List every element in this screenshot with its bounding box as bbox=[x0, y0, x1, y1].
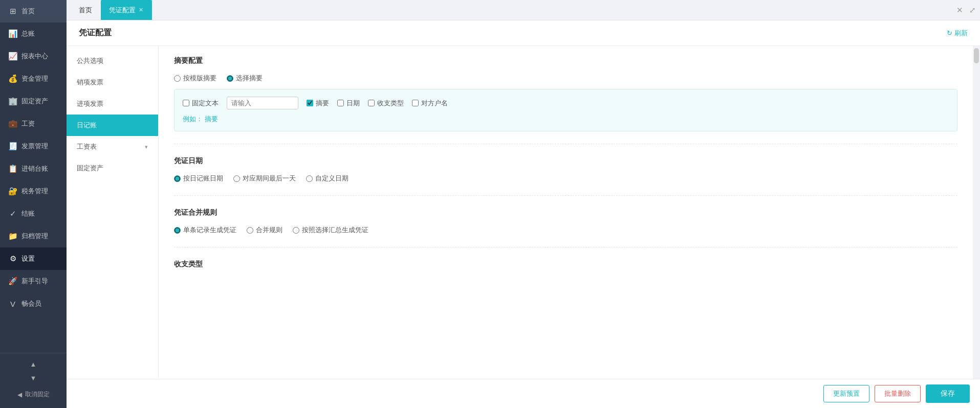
sidebar-item-member[interactable]: V畅会员 bbox=[0, 292, 67, 315]
merge-rule-option[interactable]: 合并规则 bbox=[247, 225, 282, 235]
merge-rule-radio[interactable] bbox=[247, 227, 253, 234]
income-type-title: 收支类型 bbox=[174, 260, 957, 269]
close-icon: ✓ bbox=[8, 209, 17, 218]
refresh-label: 刷新 bbox=[954, 29, 968, 38]
page-header: 凭证配置 ↻ 刷新 bbox=[67, 20, 980, 46]
journal-date-label: 按日记账日期 bbox=[183, 174, 223, 183]
chevron-icon-payroll: ▾ bbox=[145, 144, 148, 150]
tab-voucher_config[interactable]: 凭证配置✕ bbox=[101, 0, 152, 20]
close-window-icon[interactable]: ✕ bbox=[956, 6, 963, 15]
single-record-option[interactable]: 单条记录生成凭证 bbox=[174, 225, 236, 235]
income-type-option[interactable]: 收支类型 bbox=[368, 99, 404, 108]
journal-date-option[interactable]: 按日记账日期 bbox=[174, 174, 223, 183]
sidebar-item-invoice_mgmt[interactable]: 🧾发票管理 bbox=[0, 135, 67, 157]
single-record-radio[interactable] bbox=[174, 227, 181, 234]
left-nav-label-payroll: 工资表 bbox=[77, 142, 97, 151]
abstract-label: 摘要 bbox=[316, 99, 329, 108]
sidebar-pin-button[interactable]: ◀ 取消固定 bbox=[0, 385, 67, 404]
fixed-text-option[interactable]: 固定文本 bbox=[183, 99, 219, 108]
invoice_mgmt-icon: 🧾 bbox=[8, 142, 17, 151]
expand-window-icon[interactable]: ⤢ bbox=[969, 6, 976, 15]
sidebar-item-assets[interactable]: 🏢固定资产 bbox=[0, 90, 67, 112]
sidebar-item-report[interactable]: 📈报表中心 bbox=[0, 45, 67, 67]
tabbar-controls: ✕ ⤢ bbox=[956, 6, 976, 15]
fixed-text-input[interactable] bbox=[227, 97, 298, 109]
fixed-text-checkbox[interactable] bbox=[183, 100, 189, 106]
sidebar-item-archive[interactable]: 📁归档管理 bbox=[0, 225, 67, 247]
tab-close-voucher_config[interactable]: ✕ bbox=[139, 7, 143, 13]
sidebar-item-ledger[interactable]: 📊总账 bbox=[0, 22, 67, 45]
due-last-day-option[interactable]: 对应期间最后一天 bbox=[233, 174, 296, 183]
archive-icon: 📁 bbox=[8, 232, 17, 241]
income-type-label: 收支类型 bbox=[377, 99, 404, 108]
select-mode-radio[interactable] bbox=[227, 75, 233, 82]
scrollbar-thumb[interactable] bbox=[974, 48, 979, 63]
date-checkbox[interactable] bbox=[337, 100, 344, 106]
sidebar-item-settings[interactable]: ⚙设置 bbox=[0, 247, 67, 270]
scrollbar-area bbox=[973, 46, 980, 379]
sidebar-bottom: ▲ ▼ ◀ 取消固定 bbox=[0, 353, 67, 408]
sidebar-item-capital[interactable]: 💰资金管理 bbox=[0, 67, 67, 90]
capital-icon: 💰 bbox=[8, 74, 17, 83]
date-option[interactable]: 日期 bbox=[337, 99, 360, 108]
left-nav-item-public[interactable]: 公共选项 bbox=[67, 50, 158, 72]
counterpart-checkbox[interactable] bbox=[412, 100, 419, 106]
merge-rules-title: 凭证合并规则 bbox=[174, 208, 957, 217]
template-mode-option[interactable]: 按模版摘要 bbox=[174, 74, 216, 83]
counterpart-option[interactable]: 对方户名 bbox=[412, 99, 448, 108]
left-nav-item-fixed_assets[interactable]: 固定资产 bbox=[67, 157, 158, 179]
journal-date-radio[interactable] bbox=[174, 175, 181, 182]
left-nav-item-sales_invoice[interactable]: 销项发票 bbox=[67, 72, 158, 93]
sidebar-label-report: 报表中心 bbox=[21, 52, 48, 61]
refresh-button[interactable]: ↻ 刷新 bbox=[947, 29, 968, 38]
due-last-day-label: 对应期间最后一天 bbox=[243, 174, 296, 183]
voucher-date-section: 凭证日期 按日记账日期 对应期间最后一天 自定义日期 bbox=[174, 156, 957, 196]
income-type-checkbox[interactable] bbox=[368, 100, 375, 106]
batch-delete-button[interactable]: 批量删除 bbox=[875, 385, 921, 402]
tabbar: 首页凭证配置✕ ✕ ⤢ bbox=[67, 0, 980, 20]
sidebar-item-home[interactable]: ⊞首页 bbox=[0, 0, 67, 22]
ledger-icon: 📊 bbox=[8, 29, 17, 38]
sidebar-label-assets: 固定资产 bbox=[21, 97, 48, 106]
voucher-date-group: 按日记账日期 对应期间最后一天 自定义日期 bbox=[174, 174, 957, 183]
update-preview-button[interactable]: 更新预置 bbox=[823, 385, 869, 402]
left-nav-item-journal[interactable]: 日记账 bbox=[67, 115, 158, 136]
sidebar-label-capital: 资金管理 bbox=[21, 74, 48, 83]
custom-date-label: 自定义日期 bbox=[315, 174, 349, 183]
save-button[interactable]: 保存 bbox=[926, 384, 970, 403]
sidebar-label-guide: 新手引导 bbox=[21, 277, 48, 286]
sidebar-label-sales: 进销台账 bbox=[21, 164, 48, 173]
sidebar-item-salary[interactable]: 💼工资 bbox=[0, 112, 67, 135]
select-mode-label: 选择摘要 bbox=[236, 74, 263, 83]
custom-date-option[interactable]: 自定义日期 bbox=[306, 174, 349, 183]
select-merge-radio[interactable] bbox=[293, 227, 299, 234]
sidebar-item-sales[interactable]: 📋进销台账 bbox=[0, 157, 67, 180]
sidebar-label-home: 首页 bbox=[21, 7, 35, 16]
sidebar-item-close[interactable]: ✓结账 bbox=[0, 202, 67, 225]
select-merge-option[interactable]: 按照选择汇总生成凭证 bbox=[293, 225, 368, 235]
sidebar-scroll-down[interactable]: ▼ bbox=[0, 371, 67, 385]
sidebar-item-guide[interactable]: 🚀新手引导 bbox=[0, 270, 67, 292]
left-nav-item-payroll[interactable]: 工资表▾ bbox=[67, 136, 158, 157]
abstract-config-section: 摘要配置 按模版摘要 选择摘要 bbox=[174, 56, 957, 144]
sidebar-scroll-up[interactable]: ▲ bbox=[0, 357, 67, 371]
abstract-preview: 例如： 摘要 bbox=[183, 115, 949, 124]
tab-home[interactable]: 首页 bbox=[71, 0, 101, 20]
custom-date-radio[interactable] bbox=[306, 175, 313, 182]
tab-label-voucher_config: 凭证配置 bbox=[109, 6, 136, 15]
sidebar-label-tax: 税务管理 bbox=[21, 187, 48, 196]
settings-icon: ⚙ bbox=[8, 254, 17, 263]
page-title: 凭证配置 bbox=[79, 28, 112, 38]
template-mode-radio[interactable] bbox=[174, 75, 181, 82]
abstract-option[interactable]: 摘要 bbox=[307, 99, 329, 108]
sidebar-item-tax[interactable]: 🔐税务管理 bbox=[0, 180, 67, 202]
sidebar-label-close: 结账 bbox=[21, 209, 35, 218]
abstract-checkbox[interactable] bbox=[307, 100, 313, 106]
left-nav-item-purchase_invoice[interactable]: 进项发票 bbox=[67, 93, 158, 115]
left-nav-label-fixed_assets: 固定资产 bbox=[77, 164, 103, 173]
due-last-day-radio[interactable] bbox=[233, 175, 240, 182]
template-mode-label: 按模版摘要 bbox=[183, 74, 216, 83]
sales-icon: 📋 bbox=[8, 164, 17, 173]
select-mode-option[interactable]: 选择摘要 bbox=[227, 74, 263, 83]
tax-icon: 🔐 bbox=[8, 187, 17, 196]
